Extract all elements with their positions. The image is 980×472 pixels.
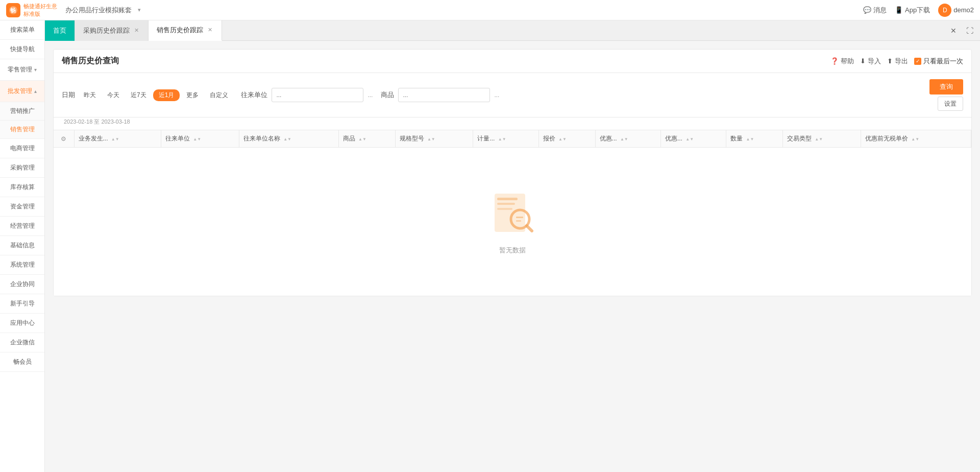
partner-label: 往来单位 [241,90,267,100]
sidebar-item-inventory[interactable]: 库存核算 [0,178,44,197]
tab-purchase-history[interactable]: 采购历史价跟踪 ✕ [75,20,149,41]
sidebar-item-enterprise[interactable]: 企业协同 [0,275,44,294]
query-button[interactable]: 查询 [929,79,963,95]
sort-arrows-goods[interactable]: ▲▼ [358,137,366,141]
col-goods[interactable]: 商品 ▲▼ [338,130,395,148]
sidebar-item-search-menu[interactable]: 搜索菜单 [0,20,44,40]
tab-close-all-btn[interactable]: ✕ [947,25,960,37]
page-title: 销售历史价查询 [62,56,119,66]
sort-arrows-trade-type[interactable]: ▲▼ [815,137,823,141]
import-btn[interactable]: ⬇ 导入 [860,57,881,66]
sort-arrows-biz-date[interactable]: ▲▼ [111,137,119,141]
partner-input[interactable] [272,88,363,102]
retail-mgmt-label: 零售管理 [8,65,32,74]
tab-bar-actions: ✕ ⛶ [947,25,980,37]
date-label: 日期 [62,90,75,100]
action-buttons: 查询 设置 [929,79,963,111]
col-unit[interactable]: 计量... ▲▼ [473,130,538,148]
sort-arrows-pretax-price[interactable]: ▲▼ [911,137,919,141]
download-icon: 📱 [895,6,903,14]
goods-input[interactable] [398,88,490,102]
sidebar-item-wholesale-mgmt[interactable]: 批发管理 ▴ [0,81,44,102]
app-download-action[interactable]: 📱 App下载 [895,6,930,15]
export-icon: ⬆ [887,57,893,65]
col-partner-name[interactable]: 往来单位名称 ▲▼ [239,130,338,148]
quick-nav-label: 快捷导航 [10,45,35,54]
sidebar-item-new-guide[interactable]: 新手引导 [0,294,44,314]
date-btn-today[interactable]: 今天 [103,89,124,101]
sidebar-item-ecom-mgmt[interactable]: 电商管理 [0,139,44,158]
tab-sales-history[interactable]: 销售历史价跟踪 ✕ [149,20,222,41]
sidebar-item-enterprise-wechat[interactable]: 企业微信 [0,333,44,352]
sidebar-item-basic-info[interactable]: 基础信息 [0,236,44,255]
sidebar-item-ops-mgmt[interactable]: 经营管理 [0,217,44,236]
col-biz-date[interactable]: 业务发生... ▲▼ [74,130,161,148]
goods-dots[interactable]: ... [494,91,499,99]
sidebar-item-app-center[interactable]: 应用中心 [0,314,44,333]
search-menu-label: 搜索菜单 [10,26,35,34]
settings-button[interactable]: 设置 [938,97,963,111]
date-btn-1month[interactable]: 近1月 [153,89,180,101]
sidebar-item-sys-mgmt[interactable]: 系统管理 [0,255,44,275]
export-btn[interactable]: ⬆ 导出 [887,57,908,66]
data-table: ⚙ 业务发生... ▲▼ 往来单位 ▲▼ [54,130,971,148]
sort-arrows-discount2[interactable]: ▲▼ [685,137,694,141]
col-partner-code[interactable]: 往来单位 ▲▼ [161,130,239,148]
col-quantity[interactable]: 数量 ▲▼ [726,130,783,148]
main-layout: 搜索菜单 快捷导航 零售管理 ▾ 批发管理 ▴ 营销推广 销售管理 电商管理 采… [0,20,980,472]
sort-arrows-spec[interactable]: ▲▼ [427,137,435,141]
date-btn-7days[interactable]: 近7天 [126,89,151,101]
sort-arrows-unit[interactable]: ▲▼ [498,137,506,141]
app-title-dropdown[interactable]: ▾ [138,7,141,13]
sort-arrows-quote[interactable]: ▲▼ [558,137,567,141]
table-container: ⚙ 业务发生... ▲▼ 往来单位 ▲▼ [54,130,971,296]
col-quote[interactable]: 报价 ▲▼ [538,130,595,148]
sidebar-item-marketing[interactable]: 营销推广 [0,102,44,121]
tab-home-label: 首页 [53,26,66,35]
help-btn[interactable]: ❓ 帮助 [830,57,854,66]
sort-arrows-discount1[interactable]: ▲▼ [620,137,628,141]
tab-purchase-history-label: 采购历史价跟踪 [83,26,130,35]
sidebar-item-vip-member[interactable]: 畅会员 [0,352,44,372]
top-bar-left: 畅 畅捷通好生意 标准版 办公用品行业模拟账套 ▾ [6,3,141,17]
col-settings[interactable]: ⚙ [54,130,74,148]
col-trade-type[interactable]: 交易类型 ▲▼ [783,130,861,148]
wholesale-mgmt-label: 批发管理 [8,87,32,96]
only-last-checkbox-label[interactable]: ✓ 只看最后一次 [914,57,963,66]
tab-home[interactable]: 首页 [45,20,75,41]
user-action[interactable]: D demo2 [938,4,974,17]
tab-sales-history-label: 销售历史价跟踪 [157,26,203,35]
sidebar-item-purchase-mgmt[interactable]: 采购管理 [0,158,44,178]
only-last-checkbox[interactable]: ✓ [914,58,921,65]
logo-text: 畅捷通好生意 标准版 [23,3,57,17]
col-spec[interactable]: 规格型号 ▲▼ [395,130,473,148]
sidebar-item-sales-mgmt[interactable]: 销售管理 [0,121,44,139]
date-btn-yesterday[interactable]: 昨天 [79,89,101,101]
svg-rect-5 [497,208,512,210]
sort-arrows-quantity[interactable]: ▲▼ [746,137,754,141]
col-pretax-price[interactable]: 优惠前无税单价 ▲▼ [861,130,971,148]
content-area: 首页 采购历史价跟踪 ✕ 销售历史价跟踪 ✕ ✕ ⛶ 销售历史价查询 [45,20,980,472]
date-btn-custom[interactable]: 自定义 [205,89,233,101]
date-btn-more[interactable]: 更多 [182,89,203,101]
partner-dots[interactable]: ... [368,91,373,99]
date-filter-group: 日期 昨天 今天 近7天 近1月 更多 自定义 [62,89,233,101]
wholesale-mgmt-arrow: ▴ [34,88,37,94]
sort-arrows-partner-name[interactable]: ▲▼ [283,137,291,141]
tab-purchase-history-close[interactable]: ✕ [133,27,140,34]
date-buttons: 昨天 今天 近7天 近1月 更多 自定义 [79,89,233,101]
tab-sales-history-close[interactable]: ✕ [206,27,213,34]
top-bar-right: 💬 消息 📱 App下载 D demo2 [863,4,974,17]
help-icon: ❓ [830,57,839,65]
gear-icon[interactable]: ⚙ [61,135,66,143]
sort-arrows-partner-code[interactable]: ▲▼ [193,137,201,141]
sidebar-item-quick-nav[interactable]: 快捷导航 [0,40,44,59]
message-action[interactable]: 💬 消息 [863,6,887,15]
sidebar-item-finance-mgmt[interactable]: 资金管理 [0,197,44,217]
tab-maximize-btn[interactable]: ⛶ [964,25,976,37]
svg-rect-3 [497,198,518,200]
goods-filter-group: 商品 ... [381,88,499,102]
col-discount2[interactable]: 优惠... ▲▼ [660,130,726,148]
sidebar-item-retail-mgmt[interactable]: 零售管理 ▾ [0,59,44,81]
col-discount1[interactable]: 优惠... ▲▼ [595,130,660,148]
